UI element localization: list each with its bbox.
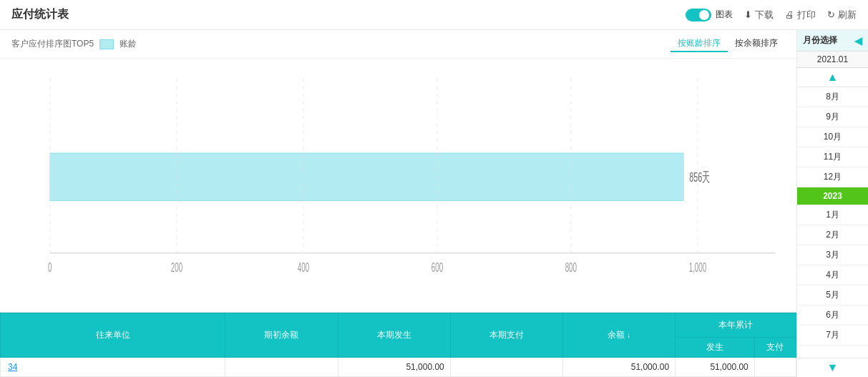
table-row: 3451,000.0051,000.0051,000.00 (1, 358, 796, 377)
data-table: 往来单位 期初余额 本期发生 本期支付 余额 ↓ 本年累计 (0, 313, 796, 377)
sidebar-up-button[interactable]: ▲ (797, 68, 868, 87)
sidebar-month-item[interactable]: 6月 (797, 305, 868, 325)
download-label: 下载 (755, 9, 774, 21)
refresh-label: 刷新 (838, 9, 857, 21)
col-header-ytd-occur: 发生 (676, 338, 755, 358)
col-header-ytd: 本年累计 (676, 313, 796, 338)
col-header-unit: 往来单位 (1, 313, 225, 358)
page-title: 应付统计表 (11, 7, 69, 22)
table-wrapper: 往来单位 期初余额 本期发生 本期支付 余额 ↓ 本年累计 (0, 313, 796, 377)
page-header: 应付统计表 图表 ⬇ 下载 🖨 打印 ↻ 刷新 (0, 0, 868, 30)
sidebar-month-item[interactable]: 3月 (797, 245, 868, 265)
cell-current-pay (450, 358, 562, 377)
sidebar-down-button[interactable]: ▼ (797, 358, 868, 377)
print-button[interactable]: 🖨 打印 (785, 9, 816, 21)
col-header-current-occur: 本期发生 (338, 313, 450, 358)
col-header-balance: 余额 ↓ (562, 313, 675, 358)
print-icon: 🖨 (785, 9, 794, 20)
sidebar-month-item[interactable]: 8月 (797, 87, 868, 107)
svg-text:1,000: 1,000 (689, 260, 707, 275)
cell-opening (225, 358, 338, 377)
cell-balance: 51,000.00 (562, 358, 675, 377)
sidebar-month-item[interactable]: 5月 (797, 285, 868, 305)
up-icon: ▲ (827, 71, 839, 84)
sidebar-month-item[interactable]: 4月 (797, 265, 868, 285)
chart-area: 客户应付排序图TOP5 账龄 按账龄排序 按余额排序 34 (0, 30, 796, 377)
svg-text:400: 400 (298, 260, 309, 275)
chart-label: 图表 (716, 9, 733, 21)
sidebar-month-item[interactable]: 10月 (797, 127, 868, 147)
sidebar-month-item[interactable]: 2月 (797, 225, 868, 245)
svg-text:200: 200 (171, 260, 182, 275)
download-button[interactable]: ⬇ 下载 (744, 9, 774, 21)
sidebar-toggle-icon[interactable]: ◀ (854, 35, 862, 46)
chart-legend: 客户应付排序图TOP5 账龄 (11, 38, 137, 50)
cell-current-occur: 51,000.00 (338, 358, 450, 377)
print-label: 打印 (797, 9, 816, 21)
svg-text:856天: 856天 (689, 170, 710, 185)
down-icon: ▼ (827, 361, 839, 374)
main-area: 客户应付排序图TOP5 账龄 按账龄排序 按余额排序 34 (0, 30, 868, 377)
chart-sort-tabs: 按账龄排序 按余额排序 (670, 36, 785, 52)
refresh-icon: ↻ (827, 9, 835, 20)
sidebar-header: 月份选择 ◀ (797, 30, 868, 52)
svg-rect-1 (50, 153, 683, 200)
col-header-opening: 期初余额 (225, 313, 338, 358)
download-icon: ⬇ (744, 9, 752, 20)
col-header-ytd-pay: 支付 (754, 338, 796, 358)
sidebar-month-item[interactable]: 12月 (797, 167, 868, 187)
chart-body: 34 856天 0 200 400 600 800 (0, 59, 796, 312)
balance-sort-icon[interactable]: ↓ (627, 331, 630, 339)
app-container: 应付统计表 图表 ⬇ 下载 🖨 打印 ↻ 刷新 (0, 0, 868, 377)
legend-box (99, 39, 114, 49)
cell-ytd-occur: 51,000.00 (676, 358, 755, 377)
sort-tab-age[interactable]: 按账龄排序 (670, 36, 728, 52)
legend-label: 客户应付排序图TOP5 (11, 38, 94, 50)
sidebar-months: 8月9月10月11月12月20231月2月3月4月5月6月7月 (797, 87, 868, 358)
chart-svg: 34 856天 0 200 400 600 800 (43, 66, 782, 290)
sort-tab-balance[interactable]: 按余额排序 (728, 36, 785, 52)
cell-ytd-pay (754, 358, 796, 377)
header-actions: 图表 ⬇ 下载 🖨 打印 ↻ 刷新 (686, 9, 857, 21)
col-header-current-pay: 本期支付 (450, 313, 562, 358)
chart-header: 客户应付排序图TOP5 账龄 按账龄排序 按余额排序 (0, 30, 796, 59)
refresh-button[interactable]: ↻ 刷新 (827, 9, 857, 21)
sidebar-year-input[interactable] (797, 52, 868, 68)
chart-toggle-wrapper[interactable]: 图表 (686, 9, 733, 21)
sidebar-header-label: 月份选择 (803, 34, 837, 46)
sidebar: 月份选择 ◀ ▲ 8月9月10月11月12月20231月2月3月4月5月6月7月… (796, 30, 868, 377)
unit-link[interactable]: 34 (8, 362, 17, 372)
sidebar-month-item[interactable]: 7月 (797, 325, 868, 346)
svg-text:600: 600 (431, 260, 443, 275)
chart-toggle[interactable] (686, 9, 711, 21)
sidebar-month-item[interactable]: 1月 (797, 205, 868, 225)
sidebar-month-item[interactable]: 2023 (797, 187, 868, 205)
svg-text:800: 800 (565, 260, 577, 275)
sidebar-month-item[interactable]: 9月 (797, 107, 868, 127)
legend-box-label: 账龄 (120, 38, 137, 50)
table-area: 往来单位 期初余额 本期发生 本期支付 余额 ↓ 本年累计 (0, 312, 796, 377)
cell-unit[interactable]: 34 (1, 358, 225, 377)
svg-text:0: 0 (48, 260, 52, 275)
sidebar-month-item[interactable]: 11月 (797, 147, 868, 167)
